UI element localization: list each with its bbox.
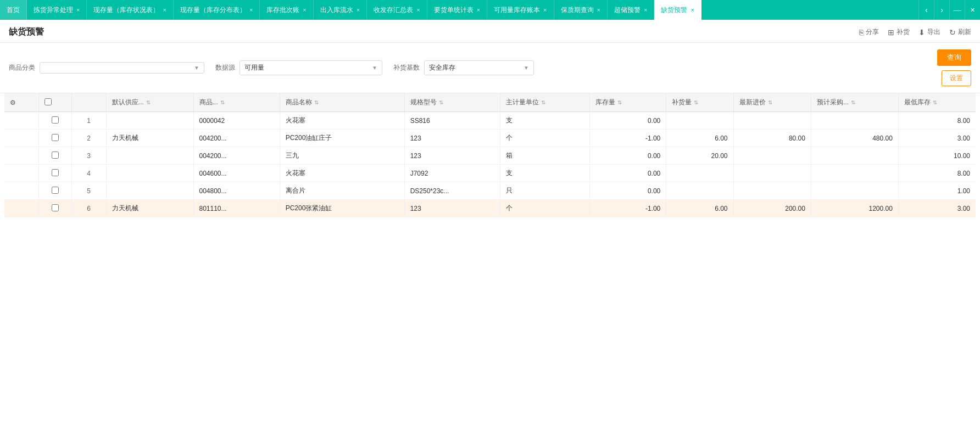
datasource-label: 数据源 (215, 63, 235, 72)
row-supplier (106, 182, 193, 200)
nav-tab-available-ledger[interactable]: 可用量库存账本× (487, 0, 554, 20)
row-stock: 0.00 (589, 165, 666, 182)
nav-tab-label: 缺货预警 (661, 5, 687, 15)
row-checkbox[interactable] (52, 152, 59, 159)
th-settings[interactable]: ⚙ (4, 93, 39, 112)
nav-tab-recv-summary[interactable]: 收发存汇总表× (367, 0, 427, 20)
close-tab-icon[interactable]: × (303, 7, 306, 13)
th-stock[interactable]: 库存量 ⇅ (589, 93, 666, 112)
query-button[interactable]: 查询 (937, 49, 971, 66)
close-tab-icon[interactable]: × (416, 7, 420, 13)
share-button[interactable]: ⎘ 分享 (859, 27, 879, 37)
row-checkbox-cell[interactable] (39, 130, 71, 147)
th-index (71, 93, 106, 112)
row-checkbox-cell[interactable] (39, 165, 71, 182)
close-tab-icon[interactable]: × (249, 7, 253, 13)
row-spec: 123 (404, 130, 500, 147)
nav-tab-inventory-dist[interactable]: 现存量（库存分布表）× (174, 0, 260, 20)
select-all-checkbox[interactable] (44, 98, 52, 105)
row-checkbox[interactable] (52, 169, 59, 176)
close-tab-icon[interactable]: × (597, 7, 600, 13)
row-checkbox[interactable] (52, 187, 59, 194)
nav-tab-expiry[interactable]: 保质期查询× (554, 0, 608, 20)
nav-tab-home[interactable]: 首页 (0, 0, 27, 20)
category-label: 商品分类 (9, 63, 35, 72)
nav-tab-label: 可用量库存账本 (494, 5, 540, 15)
row-unit: 个 (500, 200, 589, 217)
row-name: 火花塞 (280, 165, 404, 182)
nav-tab-label: 库存批次账 (266, 5, 299, 15)
datasource-select-value: 可用量 (244, 63, 368, 72)
nav-tab-shortage[interactable]: 缺货预警× (654, 0, 701, 20)
row-checkbox-cell[interactable] (39, 147, 71, 165)
row-supplier (106, 147, 193, 165)
nav-tab-inventory-status[interactable]: 现存量（库存状况表）× (87, 0, 173, 20)
export-button[interactable]: ⬇ 导出 (918, 27, 940, 37)
row-est-purchase (811, 112, 898, 130)
nav-close-all-button[interactable]: × (965, 0, 980, 20)
th-min-stock[interactable]: 最低库存 ⇅ (898, 93, 976, 112)
row-checkbox-cell[interactable] (39, 112, 71, 130)
close-tab-icon[interactable]: × (644, 7, 647, 13)
nav-prev-button[interactable]: ‹ (918, 0, 934, 20)
datasource-filter-group: 数据源 可用量 ▼ (215, 60, 382, 75)
replenish-button[interactable]: ⊞ 补货 (888, 27, 910, 37)
th-unit[interactable]: 主计量单位 ⇅ (500, 93, 589, 112)
category-select[interactable]: ▼ (40, 62, 204, 74)
close-tab-icon[interactable]: × (76, 7, 80, 13)
nav-next-button[interactable]: › (934, 0, 949, 20)
close-tab-icon[interactable]: × (357, 7, 360, 13)
table-row: 6 力天机械 801110... PC200张紧油缸 123 个 -1.00 6… (4, 200, 976, 217)
close-tab-icon[interactable]: × (543, 7, 547, 13)
close-tab-icon[interactable]: × (691, 7, 694, 13)
nav-tab-label: 首页 (7, 5, 20, 15)
refresh-button[interactable]: ↻ 刷新 (949, 27, 971, 37)
th-supplier[interactable]: 默认供应... ⇅ (106, 93, 193, 112)
row-supplier (106, 112, 193, 130)
th-code[interactable]: 商品... ⇅ (193, 93, 280, 112)
nav-tab-order-stats[interactable]: 要货单统计表× (427, 0, 487, 20)
replenish-base-select[interactable]: 安全库存 ▼ (424, 60, 534, 75)
row-latest-price: 80.00 (733, 130, 811, 147)
row-code: 004200... (193, 130, 280, 147)
row-checkbox[interactable] (52, 134, 59, 141)
th-name[interactable]: 商品名称 ⇅ (280, 93, 404, 112)
th-spec[interactable]: 规格型号 ⇅ (404, 93, 500, 112)
th-est-purchase[interactable]: 预计采购... ⇅ (811, 93, 898, 112)
row-unit: 个 (500, 130, 589, 147)
row-est-purchase (811, 182, 898, 200)
datasource-select[interactable]: 可用量 ▼ (240, 60, 382, 75)
close-tab-icon[interactable]: × (477, 7, 480, 13)
close-tab-icon[interactable]: × (163, 7, 166, 13)
row-supplier: 力天机械 (106, 200, 193, 217)
row-replenish (666, 165, 733, 182)
nav-tab-inout-flow[interactable]: 出入库流水× (314, 0, 367, 20)
row-code: 004200... (193, 147, 280, 165)
row-est-purchase (811, 165, 898, 182)
nav-tab-abnormal[interactable]: 拣货异常处理× (27, 0, 87, 20)
row-code: 004800... (193, 182, 280, 200)
th-replenish[interactable]: 补货量 ⇅ (666, 93, 733, 112)
nav-minimize-button[interactable]: — (949, 0, 965, 20)
th-check[interactable] (39, 93, 71, 112)
th-latest-price[interactable]: 最新进价 ⇅ (733, 93, 811, 112)
row-latest-price (733, 182, 811, 200)
row-checkbox-cell[interactable] (39, 200, 71, 217)
row-est-purchase: 1200.00 (811, 200, 898, 217)
row-index: 5 (71, 182, 106, 200)
row-est-purchase (811, 147, 898, 165)
header-actions: ⎘ 分享 ⊞ 补货 ⬇ 导出 ↻ 刷新 (859, 27, 971, 37)
row-checkbox[interactable] (52, 116, 59, 124)
row-unit: 支 (500, 112, 589, 130)
row-index: 4 (71, 165, 106, 182)
nav-tab-overstock[interactable]: 超储预警× (608, 0, 654, 20)
share-icon: ⎘ (859, 28, 864, 37)
nav-tab-batch-account[interactable]: 库存批次账× (260, 0, 313, 20)
nav-tab-label: 拣货异常处理 (34, 5, 73, 15)
row-checkbox-cell[interactable] (39, 182, 71, 200)
row-spec: DS250*23c... (404, 182, 500, 200)
row-checkbox[interactable] (52, 204, 59, 211)
min-stock-sort-icon: ⇅ (933, 99, 937, 105)
row-stock: -1.00 (589, 200, 666, 217)
settings-button[interactable]: 设置 (942, 70, 971, 86)
